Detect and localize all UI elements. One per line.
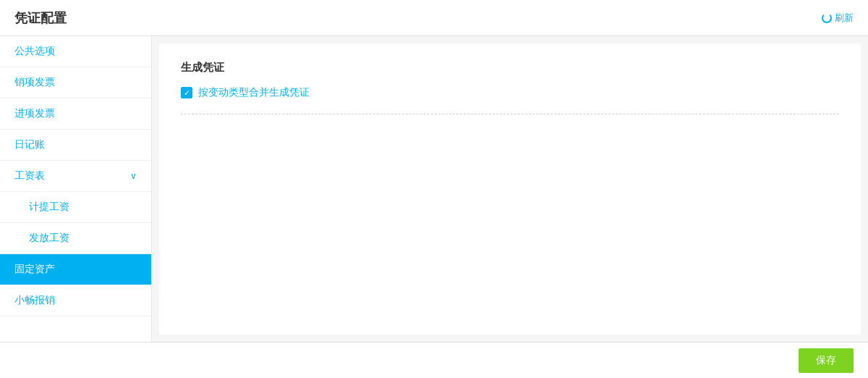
sidebar-item-public-options[interactable]: 公共选项 (0, 36, 151, 67)
refresh-icon (822, 13, 832, 23)
page-footer: 保存 (0, 342, 868, 378)
sidebar-item-accrual-salary[interactable]: 计提工资 (0, 192, 151, 223)
checkbox-input[interactable]: ✓ (181, 87, 192, 98)
main-container: 公共选项销项发票进项发票日记账工资表∨计提工资发放工资固定资产小畅报销 生成凭证… (0, 36, 868, 342)
sidebar-item-label: 发放工资 (29, 232, 69, 245)
sidebar-item-label: 进项发票 (14, 107, 55, 120)
sidebar-item-fixed-assets[interactable]: 固定资产 (0, 254, 151, 285)
sidebar-item-label: 日记账 (14, 138, 45, 151)
sidebar-item-label: 公共选项 (14, 45, 55, 58)
sidebar-item-purchase-invoice[interactable]: 进项发票 (0, 98, 151, 130)
sidebar-item-pay-salary[interactable]: 发放工资 (0, 223, 151, 254)
sidebar-item-label: 工资表 (14, 169, 45, 182)
sidebar-item-label: 销项发票 (14, 76, 55, 89)
sidebar-item-journal[interactable]: 日记账 (0, 130, 151, 161)
divider (181, 114, 839, 114)
sidebar-item-label: 固定资产 (14, 263, 55, 276)
content-area: 生成凭证 ✓ 按变动类型合并生成凭证 (159, 43, 861, 335)
section-title: 生成凭证 (181, 61, 839, 75)
page-title: 凭证配置 (14, 9, 67, 27)
sidebar-item-expense-report[interactable]: 小畅报销 (0, 285, 151, 316)
save-button[interactable]: 保存 (799, 348, 854, 373)
refresh-button[interactable]: 刷新 (822, 12, 854, 25)
sidebar: 公共选项销项发票进项发票日记账工资表∨计提工资发放工资固定资产小畅报销 (0, 36, 152, 342)
checkbox-row: ✓ 按变动类型合并生成凭证 (181, 86, 839, 99)
sidebar-item-label: 小畅报销 (14, 294, 55, 307)
sidebar-item-payroll[interactable]: 工资表∨ (0, 161, 151, 192)
sidebar-item-sales-invoice[interactable]: 销项发票 (0, 67, 151, 98)
chevron-down-icon: ∨ (130, 171, 137, 181)
sidebar-item-label: 计提工资 (29, 201, 69, 214)
checkbox-label: 按变动类型合并生成凭证 (198, 86, 310, 99)
page-header: 凭证配置 刷新 (0, 0, 868, 36)
refresh-label: 刷新 (835, 12, 854, 25)
